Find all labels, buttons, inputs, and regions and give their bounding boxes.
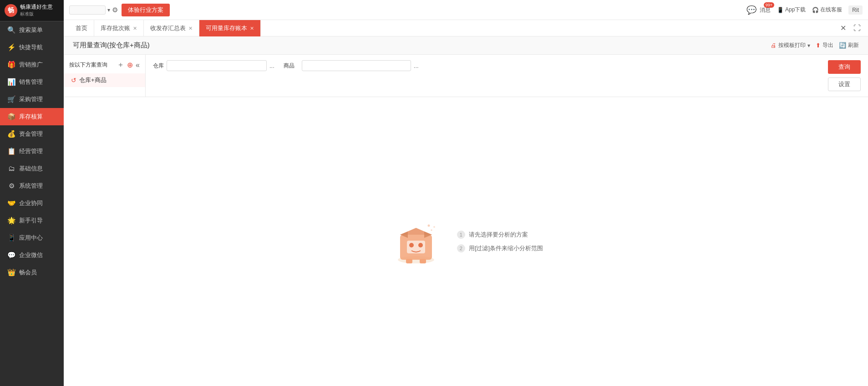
sidebar-icon-finance: 💰 [7,130,15,138]
sidebar-item-newbie[interactable]: 🌟 新手引导 [0,212,64,229]
goods-input[interactable] [302,60,411,71]
brand-logo: 畅 [5,4,17,17]
app-download-link[interactable]: 📱 App下载 [777,6,806,14]
setting-btn[interactable]: 设置 [828,77,861,91]
warehouse-more-btn[interactable]: ... [269,62,274,69]
page-header: 可用量查询(按仓库+商品) 🖨 按模板打印 ▾ ⬆ 导出 🔄 刷新 [64,36,868,55]
tip-num-1: 1 [457,231,465,239]
phone-icon: 📱 [777,7,784,13]
empty-illustration [389,214,443,269]
scheme-item-label: 仓库+商品 [79,76,107,84]
sidebar-label-finance: 资金管理 [19,130,43,138]
sidebar-label-member: 畅会员 [19,268,37,277]
tab-label-home: 首页 [76,20,87,36]
sidebar-item-system[interactable]: ⚙ 系统管理 [0,177,64,195]
svg-point-12 [433,226,435,228]
sidebar-item-inventory[interactable]: 📦 库存核算 [0,108,64,125]
tip-text-1: 请先选择要分析的方案 [469,231,528,239]
sidebar-item-operation[interactable]: 📋 经营管理 [0,143,64,160]
expand-btn[interactable]: ⛶ [852,24,863,32]
sidebar-icon-appstore: 📱 [7,234,15,242]
sidebar-label-search: 搜索菜单 [19,26,43,34]
message-icon[interactable]: 💬 99+ 消息 [746,5,771,15]
tab-label-collect_summary: 收发存汇总表 [150,20,186,36]
svg-point-11 [431,229,432,231]
topbar: ▾ ⚙ 体验行业方案 💬 99+ 消息 📱 App下载 🎧 在线客服 Rit [64,0,868,20]
warehouse-input[interactable] [167,60,267,71]
headset-icon: 🎧 [812,7,819,13]
add-scheme-btn[interactable]: ＋ [117,60,124,70]
tab-available_ledger[interactable]: 可用量库存账本✕ [199,20,261,36]
sidebar-label-system: 系统管理 [19,182,43,190]
tab-batch_account[interactable]: 库存批次账✕ [94,20,144,36]
svg-rect-9 [420,259,426,263]
export-icon: ⬆ [816,42,821,49]
refresh-btn[interactable]: 🔄 刷新 [839,41,859,49]
sidebar-item-shortcut[interactable]: ⚡ 快捷导航 [0,39,64,56]
tab-collect_summary[interactable]: 收发存汇总表✕ [144,20,199,36]
svg-point-7 [418,243,423,247]
tip-item-1: 1 请先选择要分析的方案 [457,231,543,239]
sidebar-item-finance[interactable]: 💰 资金管理 [0,125,64,143]
tip-num-2: 2 [457,244,465,252]
svg-rect-5 [407,241,425,253]
service-label: 在线客服 [820,6,842,14]
sidebar-item-member[interactable]: 👑 畅会员 [0,264,64,281]
tab-close-collect_summary[interactable]: ✕ [188,20,193,36]
empty-tips: 1 请先选择要分析的方案 2 用[过滤]条件来缩小分析范围 [457,231,543,252]
sidebar-icon-sales: 📊 [7,78,15,86]
manage-scheme-btn[interactable]: ⊕ [127,61,133,69]
tab-close-available_ledger[interactable]: ✕ [250,20,254,36]
gear-icon[interactable]: ⚙ [112,6,118,14]
brand-name: 畅康通好生意 [20,4,53,11]
sidebar-item-enterprise[interactable]: 🤝 企业协同 [0,195,64,212]
printer-icon: 🖨 [771,42,777,49]
close-tab-btn[interactable]: ✕ [838,24,848,32]
sidebar-icon-search: 🔍 [7,26,15,34]
sidebar-icon-basic: 🗂 [7,165,15,172]
sidebar-icon-enterprise: 🤝 [7,199,15,207]
sidebar-item-sales[interactable]: 📊 销售管理 [0,73,64,91]
sidebar-label-enterprise: 企业协同 [19,199,43,207]
sidebar-nav: 🔍 搜索菜单⚡ 快捷导航🎁 营销推广📊 销售管理🛒 采购管理📦 库存核算💰 资金… [0,21,64,386]
sidebar-label-wechat: 企业微信 [19,251,43,259]
industry-btn[interactable]: 体验行业方案 [122,4,170,16]
user-name[interactable]: Rit [848,5,863,15]
tab-home[interactable]: 首页 [69,20,94,36]
sidebar-icon-marketing: 🎁 [7,61,15,69]
topbar-right: 💬 99+ 消息 📱 App下载 🎧 在线客服 Rit [746,5,863,15]
service-link[interactable]: 🎧 在线客服 [812,6,842,14]
tab-label-batch_account: 库存批次账 [101,20,130,36]
sidebar-item-search[interactable]: 🔍 搜索菜单 [0,21,64,39]
filter-scheme-sidebar: 按以下方案查询 ＋ ⊕ « ↺ 仓库+商品 [64,55,146,97]
goods-more-btn[interactable]: ... [414,62,419,69]
query-btn[interactable]: 查询 [828,60,861,74]
tip-text-2: 用[过滤]条件来缩小分析范围 [469,244,543,252]
collapse-scheme-btn[interactable]: « [136,61,140,69]
sidebar-item-basic[interactable]: 🗂 基础信息 [0,160,64,177]
tabs-bar: 首页库存批次账✕收发存汇总表✕可用量库存账本✕ ✕ ⛶ [64,20,868,36]
filter-sidebar-header: 按以下方案查询 ＋ ⊕ « [64,60,145,73]
sidebar-label-operation: 经营管理 [19,147,43,155]
sidebar-icon-shortcut: ⚡ [7,43,15,51]
svg-point-6 [409,243,414,247]
sidebar-item-marketing[interactable]: 🎁 营销推广 [0,56,64,73]
sidebar-icon-member: 👑 [7,268,15,277]
print-label: 按模板打印 [778,41,806,49]
refresh-label: 刷新 [848,41,859,49]
sidebar-item-appstore[interactable]: 📱 应用中心 [0,229,64,247]
sidebar-label-marketing: 营销推广 [19,61,43,69]
filter-sidebar-actions: ＋ ⊕ « [117,60,140,70]
sidebar-item-wechat[interactable]: 💬 企业微信 [0,247,64,264]
export-btn[interactable]: ⬆ 导出 [816,41,833,49]
topbar-breadcrumb: ▾ ⚙ [69,5,118,15]
sidebar-icon-purchase: 🛒 [7,95,15,103]
print-btn[interactable]: 🖨 按模板打印 ▾ [771,41,810,49]
filter-actions: 查询 设置 [821,55,868,97]
breadcrumb-input[interactable] [69,5,106,15]
scheme-item-warehouse-goods[interactable]: ↺ 仓库+商品 [64,73,145,87]
empty-state: 1 请先选择要分析的方案 2 用[过滤]条件来缩小分析范围 [64,97,868,386]
sidebar-item-purchase[interactable]: 🛒 采购管理 [0,91,64,108]
tab-close-batch_account[interactable]: ✕ [133,20,137,36]
warehouse-filter-field: 仓库 ... [153,60,274,71]
